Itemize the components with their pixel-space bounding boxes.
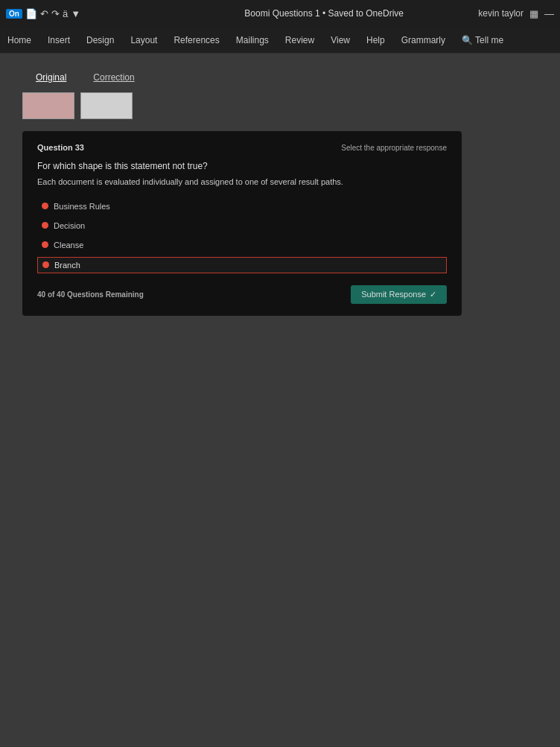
main-area: Original Correction Question 33 Select t… <box>0 54 560 747</box>
title-bar-left: On 📄 ↶ ↷ ä ▼ <box>6 8 170 19</box>
swatch-row <box>22 92 538 119</box>
option-label-2: Decision <box>54 221 85 230</box>
swatch-correction <box>80 92 133 119</box>
submit-label: Submit Response <box>361 290 426 299</box>
radio-dot-2 <box>42 222 48 229</box>
radio-dot-3 <box>42 241 48 248</box>
ribbon: Home Insert Design Layout References Mai… <box>0 27 560 54</box>
tabs-row: Original Correction <box>22 69 538 86</box>
radio-dot-4 <box>42 261 49 268</box>
more-icon[interactable]: ▼ <box>71 8 80 19</box>
option-label-1: Business Rules <box>54 202 110 211</box>
ribbon-insert[interactable]: Insert <box>46 32 71 48</box>
option-list: Business Rules Decision Cleanse Branch <box>37 199 447 273</box>
ribbon-mailings[interactable]: Mailings <box>235 32 270 48</box>
quiz-footer: 40 of 40 Questions Remaining Submit Resp… <box>37 285 447 304</box>
swatch-original <box>22 92 74 119</box>
option-branch[interactable]: Branch <box>37 257 447 273</box>
tab-original[interactable]: Original <box>22 69 80 86</box>
ribbon-review[interactable]: Review <box>284 32 316 48</box>
title-bar-right: kevin taylor ▦ — <box>478 8 554 19</box>
option-cleanse[interactable]: Cleanse <box>37 238 447 252</box>
file-icon[interactable]: 📄 <box>25 8 37 19</box>
option-decision[interactable]: Decision <box>37 218 447 233</box>
title-bar: On 📄 ↶ ↷ ä ▼ Boomi Questions 1 • Saved t… <box>0 0 560 27</box>
ribbon-design[interactable]: Design <box>85 32 115 48</box>
ribbon-layout[interactable]: Layout <box>129 32 159 48</box>
questions-remaining: 40 of 40 Questions Remaining <box>37 290 144 299</box>
ribbon-references[interactable]: References <box>172 32 220 48</box>
question-label: Question 33 <box>37 143 84 152</box>
title-bar-center: Boomi Questions 1 • Saved to OneDrive <box>174 8 474 19</box>
tab-correction[interactable]: Correction <box>80 69 147 86</box>
document-title: Boomi Questions 1 • Saved to OneDrive <box>244 8 404 19</box>
ribbon-tellme[interactable]: 🔍 Tell me <box>460 32 505 48</box>
on-badge: On <box>6 9 22 19</box>
question-subtext: Each document is evaluated individually … <box>37 176 447 188</box>
ribbon-help[interactable]: Help <box>365 32 386 48</box>
question-text: For which shape is this statement not tr… <box>37 161 447 171</box>
quiz-header: Question 33 Select the appropriate respo… <box>37 143 447 152</box>
format-icon[interactable]: ä <box>63 8 68 19</box>
undo-icon[interactable]: ↶ <box>40 8 48 19</box>
submit-check-icon: ✓ <box>430 290 436 299</box>
option-label-4: Branch <box>54 261 80 270</box>
radio-dot-1 <box>42 203 48 209</box>
redo-icon[interactable]: ↷ <box>51 8 60 19</box>
ribbon-grammarly[interactable]: Grammarly <box>400 32 447 48</box>
option-business-rules[interactable]: Business Rules <box>37 199 447 214</box>
option-label-3: Cleanse <box>54 241 83 249</box>
ribbon-home[interactable]: Home <box>6 32 33 48</box>
user-name: kevin taylor <box>478 8 524 19</box>
submit-response-button[interactable]: Submit Response ✓ <box>351 285 447 304</box>
select-hint: Select the appropriate response <box>341 144 447 152</box>
quiz-card: Question 33 Select the appropriate respo… <box>22 131 462 316</box>
minimize-icon[interactable]: — <box>544 8 554 19</box>
ribbon-view[interactable]: View <box>329 32 351 48</box>
account-icon[interactable]: ▦ <box>529 8 538 19</box>
